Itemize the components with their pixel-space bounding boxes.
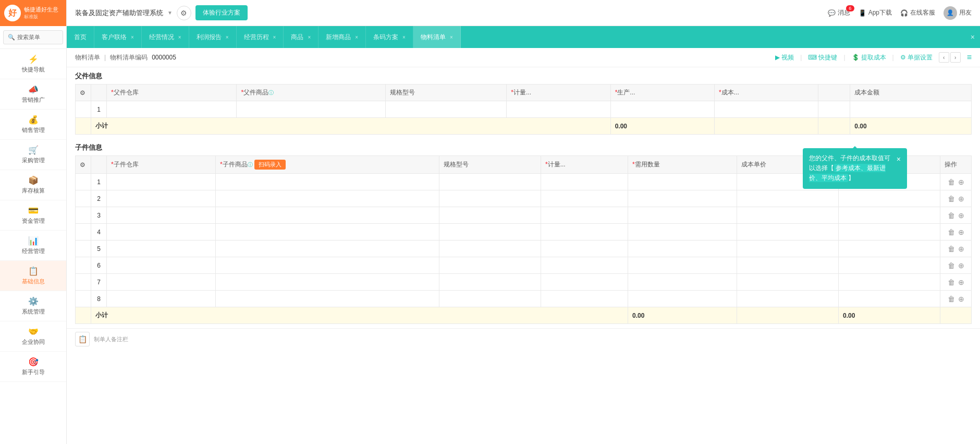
td-unit[interactable]: [507, 101, 610, 118]
sidebar-item-quick-nav[interactable]: ⚡ 快捷导航: [0, 49, 66, 79]
scan-button[interactable]: 扫码录入: [254, 160, 286, 170]
sidebar-item-operation[interactable]: 📊 经营管理: [0, 231, 66, 261]
td-unit[interactable]: [541, 224, 628, 241]
sidebar-item-enterprise[interactable]: 🤝 企业协同: [0, 321, 66, 352]
copy-icon[interactable]: ⊕: [958, 195, 964, 203]
copy-icon[interactable]: ⊕: [958, 278, 964, 286]
td-qty[interactable]: [628, 190, 737, 207]
td-child-warehouse[interactable]: [107, 274, 216, 291]
td-qty[interactable]: [628, 174, 737, 190]
grid-view-icon[interactable]: ≡: [967, 53, 972, 62]
td-unit[interactable]: [541, 257, 628, 274]
bottom-icon-button[interactable]: 📋: [75, 332, 90, 346]
delete-icon[interactable]: 🗑: [948, 278, 955, 286]
tab-new-goods[interactable]: 新增商品 ×: [318, 26, 366, 48]
td-unit[interactable]: [541, 241, 628, 257]
delete-icon[interactable]: 🗑: [948, 245, 955, 253]
td-parent-product[interactable]: [237, 101, 385, 118]
extract-cost-button[interactable]: 💲 提取成本: [852, 53, 886, 62]
td-unit[interactable]: [541, 174, 628, 190]
sidebar-item-inventory[interactable]: 📦 库存核算: [0, 170, 66, 200]
td-child-warehouse[interactable]: [107, 174, 216, 190]
td-child-warehouse[interactable]: [107, 257, 216, 274]
tab-history[interactable]: 经营历程 ×: [237, 26, 284, 48]
copy-icon[interactable]: ⊕: [958, 178, 964, 186]
tab-close-icon[interactable]: ×: [308, 34, 311, 40]
sidebar-item-sales[interactable]: 💰 销售管理: [0, 110, 66, 140]
td-child-warehouse[interactable]: [107, 291, 216, 307]
td-spec[interactable]: [439, 207, 541, 224]
td-qty[interactable]: [628, 224, 737, 241]
online-service-button[interactable]: 🎧 在线客服: [900, 8, 935, 17]
td-produce[interactable]: [610, 101, 714, 118]
sidebar-item-marketing[interactable]: 📣 营销推广: [0, 79, 66, 110]
td-child-product[interactable]: [215, 207, 439, 224]
td-spec[interactable]: [385, 101, 507, 118]
settings-button[interactable]: ⚙ 单据设置: [900, 53, 933, 62]
td-qty[interactable]: [628, 257, 737, 274]
td-qty[interactable]: [628, 274, 737, 291]
delete-icon[interactable]: 🗑: [948, 228, 955, 236]
message-button[interactable]: 💬 消息 6: [828, 8, 850, 17]
delete-icon[interactable]: 🗑: [948, 211, 955, 220]
breadcrumb-main[interactable]: 物料清单: [75, 53, 100, 62]
tab-close-icon[interactable]: ×: [402, 34, 406, 40]
td-unit[interactable]: [541, 291, 628, 307]
td-spec[interactable]: [439, 190, 541, 207]
system-dropdown-icon[interactable]: ▼: [167, 10, 173, 16]
td-spec[interactable]: [439, 174, 541, 190]
td-qty[interactable]: [628, 207, 737, 224]
trial-button[interactable]: 体验行业方案: [195, 5, 248, 20]
copy-icon[interactable]: ⊕: [958, 295, 964, 303]
tab-close-icon[interactable]: ×: [131, 34, 134, 40]
td-child-product[interactable]: [215, 291, 439, 307]
td-child-product[interactable]: [215, 190, 439, 207]
td-qty[interactable]: [628, 291, 737, 307]
tab-close-icon[interactable]: ×: [450, 34, 453, 40]
td-unit[interactable]: [541, 190, 628, 207]
copy-icon[interactable]: ⊕: [958, 228, 964, 236]
delete-icon[interactable]: 🗑: [948, 261, 955, 270]
user-area[interactable]: 👤 用友: [944, 6, 972, 20]
td-unit[interactable]: [541, 207, 628, 224]
delete-icon[interactable]: 🗑: [948, 195, 955, 203]
settings-button[interactable]: ⚙: [177, 6, 191, 20]
sidebar-item-system[interactable]: ⚙️ 系统管理: [0, 291, 66, 321]
next-arrow[interactable]: ›: [950, 52, 961, 63]
td-child-warehouse[interactable]: [107, 207, 216, 224]
td-spec[interactable]: [439, 274, 541, 291]
view-video-button[interactable]: ▶ 视频: [775, 53, 794, 62]
sidebar-item-purchase[interactable]: 🛒 采购管理: [0, 140, 66, 170]
shortcut-button[interactable]: ⌨ 快捷键: [808, 53, 837, 62]
td-qty[interactable]: [628, 241, 737, 257]
app-download-button[interactable]: 📱 App下载: [859, 8, 892, 17]
td-parent-warehouse[interactable]: [107, 101, 237, 118]
td-child-product[interactable]: [215, 274, 439, 291]
td-child-warehouse[interactable]: [107, 224, 216, 241]
tab-close-icon[interactable]: ×: [355, 34, 358, 40]
td-child-product[interactable]: [215, 224, 439, 241]
delete-icon[interactable]: 🗑: [948, 295, 955, 303]
tab-goods[interactable]: 商品 ×: [284, 26, 318, 48]
copy-icon[interactable]: ⊕: [958, 245, 964, 253]
tab-home[interactable]: 首页: [67, 26, 94, 48]
td-spec[interactable]: [439, 241, 541, 257]
td-spec[interactable]: [439, 291, 541, 307]
td-child-warehouse[interactable]: [107, 190, 216, 207]
td-spec[interactable]: [439, 257, 541, 274]
prev-arrow[interactable]: ‹: [939, 52, 949, 63]
search-menu-button[interactable]: 🔍 搜索菜单: [3, 30, 63, 44]
tooltip-close-button[interactable]: ×: [897, 153, 901, 165]
td-child-product[interactable]: [215, 257, 439, 274]
tab-operation[interactable]: 经营情况 ×: [142, 26, 189, 48]
tab-close-icon[interactable]: ×: [226, 34, 229, 40]
tab-barcode[interactable]: 条码方案 ×: [366, 26, 413, 48]
close-all-tabs-button[interactable]: ×: [965, 33, 980, 41]
td-child-product[interactable]: [215, 241, 439, 257]
td-unit[interactable]: [541, 274, 628, 291]
td-child-warehouse[interactable]: [107, 241, 216, 257]
tab-bom[interactable]: 物料清单 ×: [413, 26, 461, 48]
td-spec[interactable]: [439, 224, 541, 241]
tab-close-icon[interactable]: ×: [178, 34, 181, 40]
td-child-product[interactable]: [215, 174, 439, 190]
